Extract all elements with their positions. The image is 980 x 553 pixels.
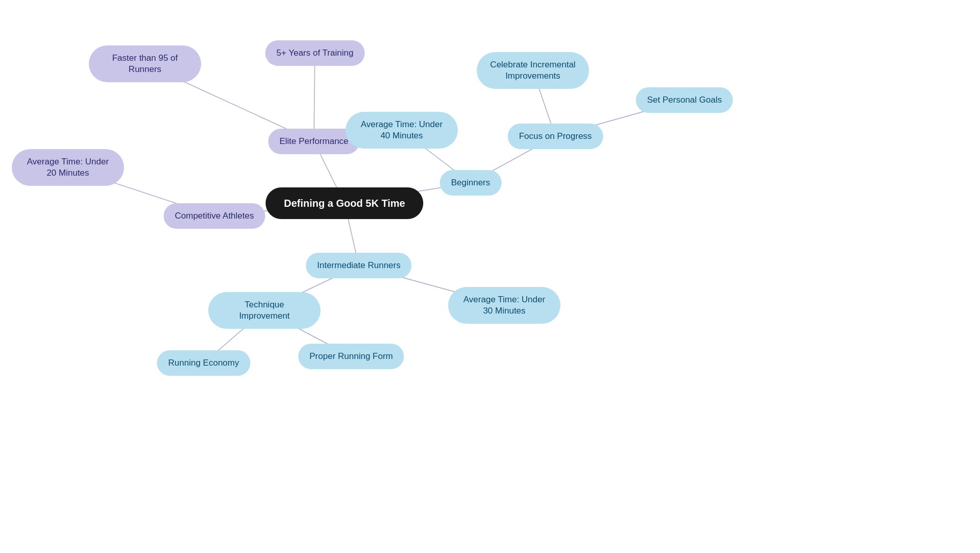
node-runningeconomy[interactable]: Running Economy [157,350,251,376]
center-node[interactable]: Defining a Good 5K Time [265,187,423,219]
node-setgoals[interactable]: Set Personal Goals [636,87,733,113]
node-technique[interactable]: Technique Improvement [208,292,321,329]
node-5years[interactable]: 5+ Years of Training [265,40,365,66]
node-beginners[interactable]: Beginners [440,170,502,196]
node-intermediate[interactable]: Intermediate Runners [306,253,411,278]
node-celebrate[interactable]: Celebrate Incremental Improvements [477,52,589,89]
node-properform[interactable]: Proper Running Form [298,344,404,369]
mind-map: Defining a Good 5K Time Elite Performanc… [0,0,980,553]
node-under20[interactable]: Average Time: Under 20 Minutes [12,149,124,186]
node-focusprogress[interactable]: Focus on Progress [508,124,603,149]
node-under40[interactable]: Average Time: Under 40 Minutes [346,112,458,149]
node-faster95[interactable]: Faster than 95 of Runners [89,45,201,82]
node-competitive[interactable]: Competitive Athletes [164,203,265,229]
node-under30[interactable]: Average Time: Under 30 Minutes [448,287,560,324]
